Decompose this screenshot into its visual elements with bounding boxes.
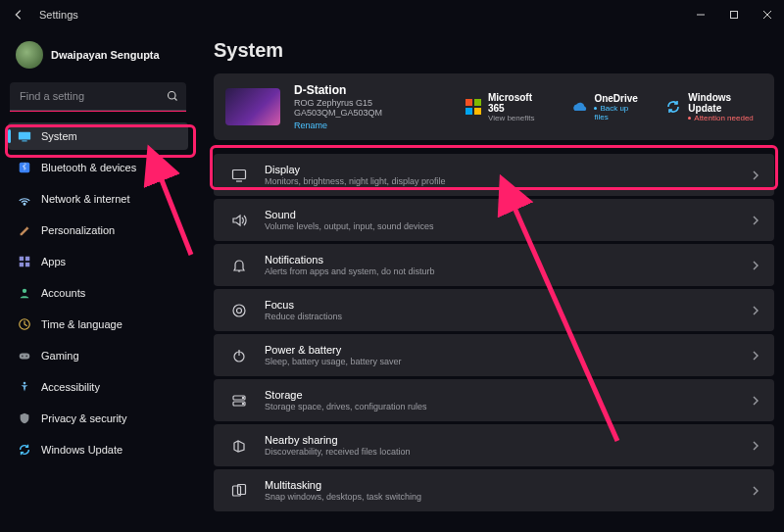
update-card-icon — [664, 98, 682, 116]
row-sub: Monitors, brightness, night light, displ… — [265, 176, 751, 186]
minimize-button[interactable] — [684, 0, 717, 29]
row-power[interactable]: Power & batterySleep, battery usage, bat… — [214, 334, 774, 376]
back-button[interactable] — [12, 8, 25, 22]
sidebar-item-gaming[interactable]: Gaming — [8, 342, 188, 369]
avatar — [16, 41, 43, 69]
row-sub: Discoverability, received files location — [265, 447, 751, 457]
sidebar-item-accessibility[interactable]: Accessibility — [8, 373, 188, 401]
row-multitasking[interactable]: MultitaskingSnap windows, desktops, task… — [214, 469, 774, 511]
update-sub: Attention needed — [688, 114, 762, 122]
onedrive-title: OneDrive — [594, 93, 641, 104]
row-sub: Alerts from apps and system, do not dist… — [265, 266, 751, 276]
row-sub: Sleep, battery usage, battery saver — [265, 357, 751, 366]
sidebar-item-label: Windows Update — [41, 444, 122, 456]
display-icon — [227, 168, 251, 183]
focus-icon — [227, 303, 251, 318]
windows-update-link[interactable]: Windows UpdateAttention needed — [664, 92, 762, 122]
device-thumbnail — [225, 88, 280, 125]
sidebar-item-bluetooth[interactable]: Bluetooth & devices — [8, 154, 188, 181]
row-title: Storage — [265, 389, 751, 401]
onedrive-sub: Back up files — [594, 104, 641, 121]
sidebar-item-windows-update[interactable]: Windows Update — [8, 436, 188, 463]
profile-name: Dwaipayan Sengupta — [51, 49, 160, 61]
privacy-icon — [18, 411, 31, 425]
update-icon — [18, 443, 31, 457]
search-input[interactable] — [10, 82, 186, 111]
svg-rect-7 — [25, 257, 29, 261]
row-sound[interactable]: SoundVolume levels, output, input, sound… — [214, 199, 774, 241]
svg-point-27 — [242, 403, 243, 404]
svg-rect-8 — [20, 263, 24, 266]
titlebar: Settings — [0, 0, 784, 29]
sidebar-item-label: Network & internet — [41, 193, 129, 205]
multitasking-icon — [227, 483, 251, 499]
sidebar-item-label: Bluetooth & devices — [41, 162, 136, 173]
nearby-sharing-icon — [227, 438, 251, 454]
sidebar-item-network[interactable]: Network & internet — [8, 185, 188, 213]
row-sub: Storage space, drives, configuration rul… — [265, 402, 751, 411]
sidebar-item-label: Gaming — [41, 350, 79, 362]
maximize-button[interactable] — [717, 0, 751, 29]
onedrive-icon — [570, 98, 588, 116]
sidebar-item-label: Accounts — [41, 287, 85, 299]
m365-title: Microsoft 365 — [488, 92, 547, 114]
chevron-right-icon — [751, 482, 760, 500]
sidebar-item-label: Privacy & security — [41, 412, 126, 424]
sidebar-item-system[interactable]: System — [8, 122, 188, 150]
gaming-icon — [18, 349, 31, 363]
row-storage[interactable]: StorageStorage space, drives, configurat… — [214, 379, 774, 421]
sidebar: Dwaipayan Sengupta System Bluetooth & de… — [0, 29, 196, 532]
search-box[interactable] — [10, 82, 186, 111]
sidebar-item-accounts[interactable]: Accounts — [8, 279, 188, 307]
chevron-right-icon — [751, 257, 760, 274]
power-icon — [227, 348, 251, 363]
sidebar-item-personalization[interactable]: Personalization — [8, 217, 188, 244]
sidebar-item-label: Personalization — [41, 224, 115, 236]
row-title: Focus — [265, 299, 751, 311]
row-notifications[interactable]: NotificationsAlerts from apps and system… — [214, 244, 774, 286]
row-display[interactable]: DisplayMonitors, brightness, night light… — [214, 154, 774, 196]
microsoft-365-link[interactable]: Microsoft 365View benefits — [465, 92, 547, 122]
svg-point-1 — [169, 91, 176, 99]
row-nearby-sharing[interactable]: Nearby sharingDiscoverability, received … — [214, 424, 774, 466]
svg-rect-0 — [731, 12, 738, 19]
svg-rect-2 — [19, 132, 30, 140]
chevron-right-icon — [751, 347, 760, 364]
accounts-icon — [18, 286, 31, 300]
row-title: Nearby sharing — [265, 434, 751, 446]
row-title: Display — [265, 164, 751, 175]
svg-point-15 — [24, 382, 26, 385]
network-icon — [18, 192, 31, 206]
onedrive-link[interactable]: OneDriveBack up files — [570, 92, 641, 122]
svg-point-22 — [237, 308, 242, 313]
svg-rect-20 — [233, 169, 246, 178]
svg-rect-19 — [474, 108, 481, 115]
svg-rect-17 — [474, 99, 481, 106]
sidebar-item-label: System — [41, 130, 77, 142]
svg-point-14 — [25, 356, 27, 358]
search-icon — [167, 88, 178, 106]
close-button[interactable] — [751, 0, 784, 29]
chevron-right-icon — [751, 302, 760, 319]
row-sub: Snap windows, desktops, task switching — [265, 492, 751, 502]
personalization-icon — [18, 223, 31, 237]
sidebar-item-label: Time & language — [41, 318, 122, 330]
row-sub: Volume levels, output, input, sound devi… — [265, 221, 751, 231]
apps-icon — [18, 255, 31, 268]
row-focus[interactable]: FocusReduce distractions — [214, 289, 774, 331]
svg-point-5 — [24, 203, 25, 205]
sidebar-item-apps[interactable]: Apps — [8, 248, 188, 275]
sidebar-item-privacy[interactable]: Privacy & security — [8, 405, 188, 432]
svg-rect-16 — [466, 99, 472, 106]
profile[interactable]: Dwaipayan Sengupta — [8, 33, 188, 78]
sidebar-item-time-language[interactable]: Time & language — [8, 311, 188, 338]
sidebar-item-label: Accessibility — [41, 381, 100, 393]
svg-point-10 — [23, 289, 26, 293]
sidebar-item-label: Apps — [41, 256, 66, 267]
page-title: System — [214, 39, 774, 62]
svg-rect-18 — [466, 108, 472, 115]
rename-link[interactable]: Rename — [294, 121, 451, 130]
chevron-right-icon — [751, 392, 760, 410]
system-icon — [18, 129, 31, 143]
device-name: D-Station — [294, 83, 451, 97]
